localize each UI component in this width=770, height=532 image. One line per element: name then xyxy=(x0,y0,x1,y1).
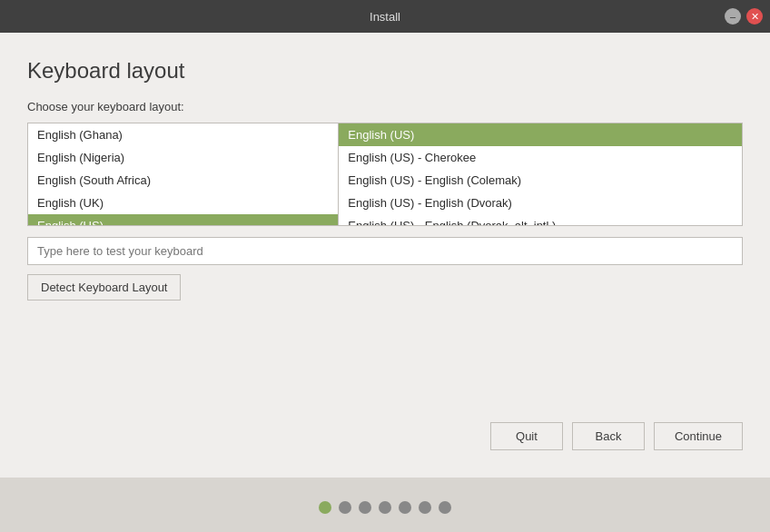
continue-button[interactable]: Continue xyxy=(654,422,743,450)
minimize-button[interactable]: – xyxy=(725,8,741,25)
progress-dot xyxy=(379,501,391,514)
right-list-item[interactable]: English (US) - English (Colemak) xyxy=(339,169,742,192)
left-list-item[interactable]: English (US) xyxy=(28,214,338,225)
right-list-item[interactable]: English (US) - Cherokee xyxy=(339,146,742,169)
lists-container: English (Ghana)English (Nigeria)English … xyxy=(27,123,743,226)
left-list-wrapper: English (Ghana)English (Nigeria)English … xyxy=(27,123,338,226)
left-list-item[interactable]: English (Ghana) xyxy=(28,123,338,146)
close-button[interactable]: ✕ xyxy=(746,8,763,25)
main-content: Keyboard layout Choose your keyboard lay… xyxy=(0,33,770,478)
left-list[interactable]: English (Ghana)English (Nigeria)English … xyxy=(28,123,338,225)
titlebar: Install – ✕ xyxy=(0,0,770,33)
right-list[interactable]: English (US)English (US) - CherokeeEngli… xyxy=(339,123,742,225)
titlebar-controls: – ✕ xyxy=(725,8,763,25)
progress-dot xyxy=(439,501,451,514)
back-button[interactable]: Back xyxy=(572,422,645,450)
progress-dot xyxy=(319,501,331,514)
right-list-item[interactable]: English (US) - English (Dvorak, alt. int… xyxy=(339,214,742,225)
choose-label: Choose your keyboard layout: xyxy=(27,100,743,113)
page-title: Keyboard layout xyxy=(27,58,743,84)
right-list-item[interactable]: English (US) xyxy=(339,123,742,146)
progress-dot xyxy=(339,501,351,514)
left-list-item[interactable]: English (Nigeria) xyxy=(28,146,338,169)
window: Install – ✕ Keyboard layout Choose your … xyxy=(0,0,770,532)
progress-dot xyxy=(419,501,431,514)
right-list-wrapper: English (US)English (US) - CherokeeEngli… xyxy=(338,123,743,226)
progress-dot xyxy=(399,501,411,514)
quit-button[interactable]: Quit xyxy=(490,422,563,450)
bottom-bar: Quit Back Continue xyxy=(27,422,743,459)
progress-dot xyxy=(359,501,371,514)
left-list-item[interactable]: English (South Africa) xyxy=(28,169,338,192)
progress-dots xyxy=(319,501,451,514)
detect-keyboard-button[interactable]: Detect Keyboard Layout xyxy=(27,274,181,300)
right-list-item[interactable]: English (US) - English (Dvorak) xyxy=(339,192,742,214)
keyboard-test-input[interactable] xyxy=(27,237,743,265)
window-title: Install xyxy=(370,10,400,24)
window-footer xyxy=(0,478,770,532)
left-list-item[interactable]: English (UK) xyxy=(28,192,338,214)
